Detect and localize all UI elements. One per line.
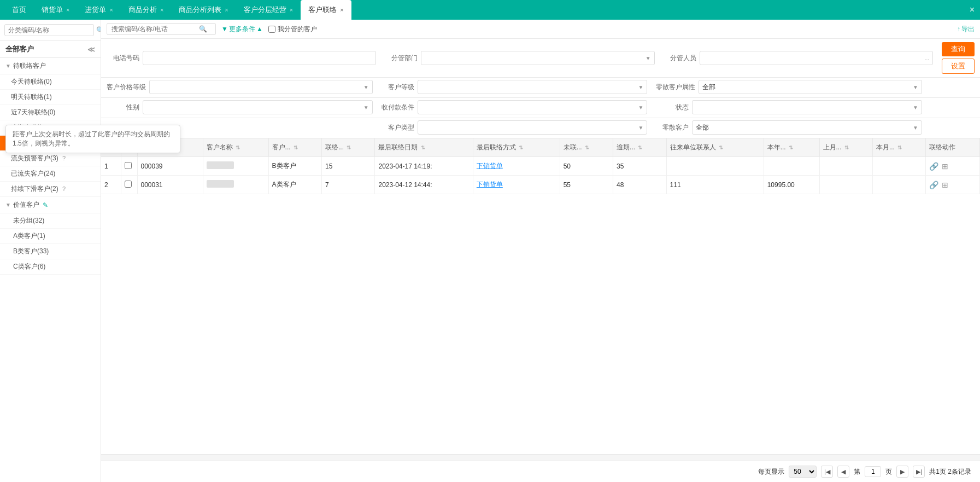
retail-customer-select[interactable]: 全部 ▼	[692, 120, 922, 135]
td-contact-count: 7	[322, 176, 375, 194]
first-page-button[interactable]: |◀	[821, 466, 833, 478]
sidebar-item-tomorrow[interactable]: 明天待联络(1)	[0, 90, 101, 105]
td-name	[203, 176, 268, 194]
sidebar-item-declining[interactable]: 持续下滑客户(2) ?	[0, 182, 101, 197]
nav-home[interactable]: 首页	[4, 0, 34, 20]
filter-retail-attr: 零散客户属性 全部 ▼	[656, 80, 922, 94]
td-this-month	[872, 176, 925, 194]
action-link-icon[interactable]: 🔗	[929, 181, 938, 189]
status-select[interactable]: ▼	[692, 100, 922, 114]
th-actions: 联络动作	[926, 138, 980, 157]
sort-icon[interactable]: ⇅	[347, 144, 351, 150]
pending-contact-title[interactable]: ▼ 待联络客户	[0, 58, 101, 74]
sidebar-search-input[interactable]	[4, 24, 94, 36]
row-checkbox[interactable]	[125, 181, 132, 188]
td-last-contact-method[interactable]: 下销货单	[473, 157, 560, 176]
ellipsis-icon: ...	[925, 55, 929, 61]
td-actions: 🔗 ⊞	[926, 176, 980, 194]
sidebar-item-today[interactable]: 今天待联络(0)	[0, 74, 101, 90]
td-this-month	[872, 157, 925, 176]
export-icon: ↑	[957, 25, 960, 33]
td-annual: 10995.00	[764, 176, 819, 194]
th-last-contact-method: 最后联络方式 ⇅	[473, 138, 560, 157]
sidebar-item-ungroup[interactable]: 未分组(32)	[0, 213, 101, 229]
sidebar-item-lost[interactable]: 已流失客户(24)	[0, 166, 101, 182]
payment-select[interactable]: ▼	[418, 100, 648, 114]
filter-search-input[interactable]	[112, 25, 199, 33]
sort-icon[interactable]: ⇅	[519, 144, 523, 150]
sort-icon[interactable]: ⇅	[585, 144, 589, 150]
last-page-button[interactable]: ▶|	[913, 466, 925, 478]
top-nav: 首页 销货单 × 进货单 × 商品分析 × 商品分析列表 × 客户分层经营 × …	[0, 0, 980, 20]
nav-customer-layered[interactable]: 客户分层经营 ×	[236, 0, 301, 20]
sort-icon[interactable]: ⇅	[294, 144, 298, 150]
td-name	[203, 157, 268, 176]
th-last-contact-date: 最后联络日期 ⇅	[375, 138, 473, 157]
sidebar-item-a-class[interactable]: A类客户(1)	[0, 229, 101, 244]
close-all-tabs[interactable]: ×	[970, 5, 975, 15]
filter-customer-type: 客户类型 ▼	[382, 120, 648, 135]
close-icon[interactable]: ×	[66, 7, 69, 13]
horizontal-scrollbar[interactable]	[101, 454, 980, 461]
nav-product-analysis-list[interactable]: 商品分析列表 ×	[171, 0, 236, 20]
sidebar-collapse-icon[interactable]: ≪	[87, 45, 95, 54]
sidebar-search-icon[interactable]: 🔍	[96, 26, 101, 34]
sidebar: 🔍 全部客户 ≪ ▼ 待联络客户 今天待联络(0) 明天待联络(1) 近7天待联…	[0, 20, 101, 482]
manager-select[interactable]: ...	[700, 51, 933, 65]
next-page-button[interactable]: ▶	[896, 466, 908, 478]
page-size-select[interactable]: 50 100 200	[789, 466, 817, 478]
gender-select[interactable]: ▼	[143, 100, 373, 114]
page-number-input[interactable]	[865, 466, 881, 477]
td-last-contact-method[interactable]: 下销货单	[473, 176, 560, 194]
sort-icon[interactable]: ⇅	[638, 144, 642, 150]
dept-select[interactable]: ▼	[421, 51, 654, 65]
nav-purchase-order[interactable]: 进货单 ×	[77, 0, 120, 20]
td-overdue: 48	[613, 176, 666, 194]
sidebar-item-7days[interactable]: 近7天待联络(0)	[0, 105, 101, 120]
retail-attr-select[interactable]: 全部 ▼	[699, 80, 922, 94]
value-customer-title[interactable]: ▼ 价值客户 ✎	[0, 197, 101, 213]
customer-type-select[interactable]: ▼	[418, 120, 648, 135]
close-icon[interactable]: ×	[225, 7, 228, 13]
nav-product-analysis[interactable]: 商品分析 ×	[121, 0, 171, 20]
sidebar-item-c-class[interactable]: C类客户(6)	[0, 259, 101, 275]
td-last-contact-date: 2023-04-12 14:44:	[375, 176, 473, 194]
close-icon[interactable]: ×	[290, 7, 293, 13]
row-checkbox[interactable]	[125, 162, 132, 169]
nav-sales-order[interactable]: 销货单 ×	[34, 0, 77, 20]
td-checkbox[interactable]	[121, 157, 137, 176]
edit-icon[interactable]: ✎	[43, 201, 48, 209]
nav-customer-contact[interactable]: 客户联络 ×	[301, 0, 351, 20]
price-level-select[interactable]: ▼	[149, 80, 373, 94]
sidebar-item-b-class[interactable]: B类客户(33)	[0, 244, 101, 259]
phone-input[interactable]	[143, 51, 376, 65]
sort-icon[interactable]: ⇅	[719, 144, 723, 150]
sort-icon[interactable]: ⇅	[236, 144, 240, 150]
action-link-icon[interactable]: 🔗	[929, 162, 938, 171]
sort-icon[interactable]: ⇅	[897, 144, 902, 150]
query-button[interactable]: 查询	[942, 42, 975, 56]
filter-action-btns: 查询 设置	[942, 42, 975, 74]
sort-icon[interactable]: ⇅	[844, 144, 849, 150]
td-checkbox[interactable]	[121, 176, 137, 194]
chevron-up-icon: ▲	[256, 25, 263, 33]
sort-icon[interactable]: ⇅	[421, 144, 425, 150]
th-last-month: 上月... ⇅	[819, 138, 872, 157]
filter-more-conditions[interactable]: ▼ 更多条件 ▲	[221, 25, 263, 34]
filter-my-customer[interactable]: 我分管的客户	[268, 25, 317, 34]
prev-page-button[interactable]: ◀	[837, 466, 849, 478]
my-customer-checkbox[interactable]	[268, 26, 275, 33]
sidebar-item-lost-preview[interactable]: 流失预警客户(3) ?	[0, 151, 101, 166]
close-icon[interactable]: ×	[109, 7, 113, 13]
customer-level-select[interactable]: ▼	[418, 80, 648, 94]
close-icon[interactable]: ×	[340, 7, 343, 13]
sort-icon[interactable]: ⇅	[789, 144, 793, 150]
filter-conditions-row2: 客户价格等级 ▼ 客户等级 ▼ 零散客户属性 全部 ▼	[101, 78, 980, 98]
set-button[interactable]: 设置	[942, 59, 975, 74]
filter-manager: 分管人员 ...	[664, 51, 933, 65]
action-grid-icon[interactable]: ⊞	[942, 162, 948, 171]
export-button[interactable]: ↑ 导出	[957, 25, 975, 34]
close-icon[interactable]: ×	[160, 7, 163, 13]
action-grid-icon[interactable]: ⊞	[942, 181, 948, 189]
filter-search-icon[interactable]: 🔍	[199, 25, 207, 33]
